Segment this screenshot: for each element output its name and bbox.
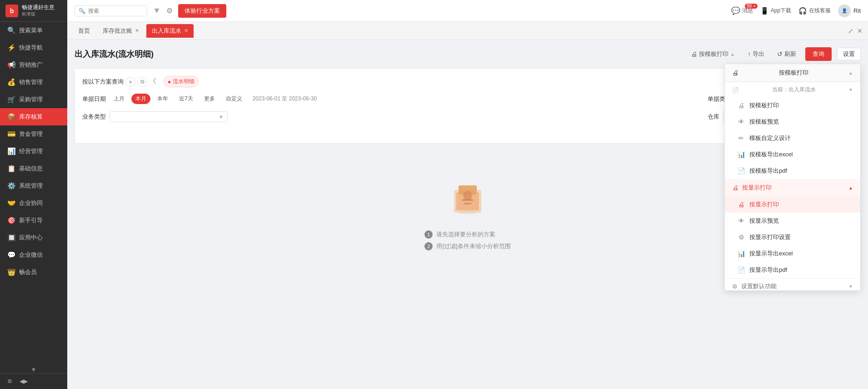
dropdown-template-section[interactable]: 🖨 按模板打印 ▲ (725, 64, 860, 82)
date-this-month[interactable]: 本月 (131, 94, 150, 104)
sidebar-item-finance[interactable]: 💳 资金管理 (0, 125, 67, 143)
dropdown-display-excel[interactable]: 📊 按显示导出excel (725, 245, 860, 262)
dropdown-display-preview-label: 按显示预览 (749, 217, 779, 225)
filter-tag-label: 流水明细 (173, 78, 195, 85)
gear-icon: ⚙️ (7, 182, 15, 190)
sidebar-item-label: 应用中心 (19, 234, 43, 242)
dropdown-display-excel-label: 按显示导出excel (749, 249, 793, 258)
date-more[interactable]: 更多 (200, 94, 219, 104)
page-title-row: 出入库流水(流水明细) 🖨 按模板打印 ▲ ↑ 导出 ↺ 刷新 (75, 47, 861, 61)
dropdown-default-section[interactable]: ⚙ 设置默认功能 ▼ (725, 278, 860, 291)
dropdown-display-settings[interactable]: ⚙ 按显示打印设置 (725, 229, 860, 245)
sidebar-item-operations[interactable]: 📊 经营管理 (0, 143, 67, 160)
tab-expand-btn[interactable]: ⤢ (848, 27, 853, 35)
sidebar-settings-btn[interactable]: ⚙ (7, 378, 12, 384)
search-input[interactable] (88, 8, 125, 14)
sidebar-item-label: 基础信息 (19, 165, 43, 173)
print-template-btn[interactable]: 🖨 按模板打印 ▲ (687, 48, 738, 60)
filter-collapse-arrow[interactable]: 《 (149, 77, 156, 86)
sidebar-item-guide[interactable]: 🎯 新手引导 (0, 212, 67, 229)
app-download-btn[interactable]: 📱 App下载 (760, 7, 791, 15)
query-button[interactable]: 查询 (805, 47, 832, 61)
dropdown-template-custom[interactable]: ✏ 模板自定义设计 (725, 130, 860, 146)
svg-point-3 (463, 191, 472, 200)
warehouse-label: 仓库 (708, 113, 719, 121)
settings-button[interactable]: 设置 (837, 48, 861, 60)
tab-flow-close[interactable]: ✕ (184, 28, 188, 34)
topbar-gear-icon[interactable]: ⚙ (166, 6, 173, 15)
sidebar-item-quick-nav[interactable]: ⚡ 快捷导航 (0, 39, 67, 56)
trial-industry-button[interactable]: 体验行业方案 (178, 4, 226, 18)
sidebar-item-label: 新手引导 (19, 216, 43, 224)
message-badge[interactable]: 💬 消息 99 + (731, 6, 753, 15)
page-body: 出入库流水(流水明细) 🖨 按模板打印 ▲ ↑ 导出 ↺ 刷新 (67, 40, 868, 389)
sidebar-item-system[interactable]: ⚙️ 系统管理 (0, 177, 67, 194)
sidebar-item-purchase[interactable]: 🛒 采购管理 (0, 91, 67, 108)
eye-icon: 👁 (738, 118, 745, 125)
sidebar-item-sales[interactable]: 💰 销售管理 (0, 74, 67, 91)
dropdown-template-print[interactable]: 🖨 按模板打印 (725, 97, 860, 114)
dropdown-display-pdf-label: 按显示导出pdf (749, 266, 787, 274)
sidebar-item-app-center[interactable]: 🔲 应用中心 (0, 229, 67, 246)
tab-home-label: 首页 (78, 27, 90, 35)
biz-type-select[interactable]: ▼ (110, 111, 228, 122)
tab-batch[interactable]: 库存批次账 ✕ (97, 24, 145, 38)
dropdown-display-pdf[interactable]: 📄 按显示导出pdf (725, 262, 860, 278)
search-icon: 🔍 (7, 26, 15, 35)
dropdown-template-pdf[interactable]: 📄 按模板导出pdf (725, 163, 860, 179)
export-btn[interactable]: ↑ 导出 (744, 48, 768, 60)
dropdown-display-print[interactable]: 🖨 按显示打印 (725, 196, 860, 213)
sidebar-item-inventory[interactable]: 📦 库存核算 (0, 108, 67, 125)
empty-step-1: 1 请先选择要分析的方案 (424, 230, 510, 239)
filter-add-button[interactable]: + (125, 77, 135, 87)
sidebar-scroll-down[interactable]: ▼ (0, 366, 67, 373)
dropdown-template-excel[interactable]: 📊 按模板导出excel (725, 146, 860, 163)
printer-icon: 🖨 (738, 102, 745, 109)
sidebar-collapse-btn[interactable]: ◀▶ (20, 378, 28, 384)
biz-type-label: 业务类型 (82, 113, 106, 121)
step-2-num: 2 (424, 242, 433, 250)
filter-gear-button[interactable]: ⚙ (137, 77, 147, 87)
sidebar-item-member[interactable]: 👑 畅会员 (0, 264, 67, 281)
sidebar-item-search[interactable]: 🔍 搜索菜单 (0, 22, 67, 39)
dropdown-display-section[interactable]: 🖨 按显示打印 ▲ (725, 179, 860, 196)
chevron-down-icon: ▼ (219, 114, 224, 120)
dropdown-template-preview[interactable]: 👁 按模板预览 (725, 114, 860, 130)
handshake-icon: 🤝 (7, 199, 15, 207)
tab-batch-close[interactable]: ✕ (135, 28, 139, 34)
dropdown-current-label[interactable]: 📄 当前：出入库流水 ▼ (725, 82, 860, 97)
date-this-year[interactable]: 本年 (153, 94, 172, 104)
online-service-btn[interactable]: 🎧 在线客服 (798, 7, 831, 15)
topbar-search-box[interactable]: 🔍 (75, 5, 147, 16)
sidebar-item-label: 快捷导航 (19, 44, 43, 52)
svg-rect-4 (462, 199, 473, 201)
empty-step-2: 2 用[过滤]条件来缩小分析范围 (424, 242, 510, 250)
active-filter-tag[interactable]: ● 流水明细 (164, 76, 199, 87)
printer-display-icon: 🖨 (732, 184, 738, 191)
sidebar-item-wechat[interactable]: 💬 企业微信 (0, 246, 67, 264)
excel-icon: 📊 (738, 151, 745, 158)
date-last-month[interactable]: 上月 (110, 94, 129, 104)
svg-point-6 (459, 211, 477, 214)
sidebar-bottom: ⚙ ◀▶ (0, 373, 67, 389)
sidebar-item-marketing[interactable]: 📢 营销推广 (0, 56, 67, 74)
user-profile[interactable]: 👤 Rit (838, 5, 861, 17)
sidebar-item-basic[interactable]: 📋 基础信息 (0, 160, 67, 177)
avatar: 👤 (838, 5, 851, 17)
date-filter-options: 上月 本月 本年 近7天 更多 自定义 2023-06-01 至 2023-06… (110, 94, 317, 104)
tab-home[interactable]: 首页 (73, 24, 95, 38)
tab-flow[interactable]: 出入库流水 ✕ (146, 24, 194, 38)
dropdown-display-preview[interactable]: 👁 按显示预览 (725, 213, 860, 229)
printer-template-icon: 🖨 (732, 69, 738, 76)
date-filter-field: 单据日期 上月 本月 本年 近7天 更多 自定义 2023-06-01 至 20… (82, 94, 317, 104)
step-1-text: 请先选择要分析的方案 (436, 230, 495, 239)
date-7days[interactable]: 近7天 (175, 94, 197, 104)
sidebar-item-collab[interactable]: 🤝 企业协同 (0, 194, 67, 212)
date-custom[interactable]: 自定义 (222, 94, 246, 104)
refresh-btn[interactable]: ↺ 刷新 (773, 48, 800, 60)
tab-batch-label: 库存批次账 (103, 27, 132, 35)
print-dropdown-panel: 🖨 按模板打印 ▲ 📄 当前：出入库流水 ▼ 🖨 (724, 64, 861, 291)
topbar-right: 💬 消息 99 + 📱 App下载 🎧 在线客服 👤 Rit (731, 5, 861, 17)
tab-close-all-btn[interactable]: ✕ (857, 27, 863, 35)
topbar-dropdown-btn[interactable]: ▼ (153, 6, 161, 15)
